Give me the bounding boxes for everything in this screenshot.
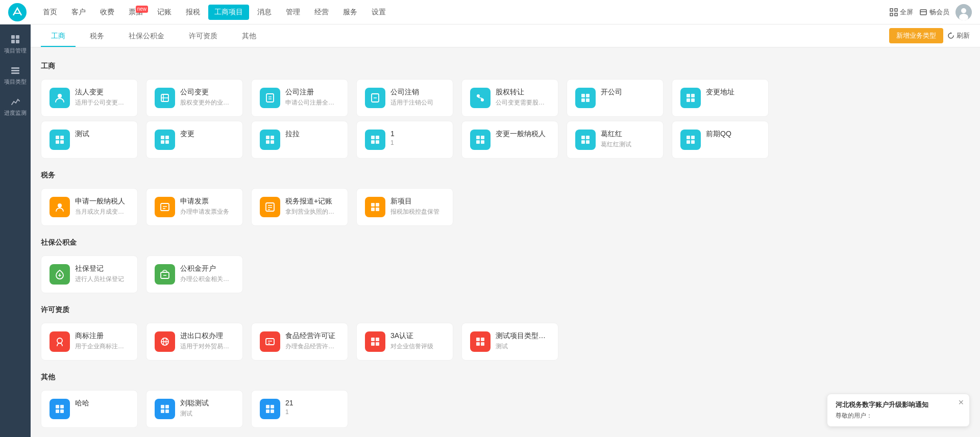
svg-rect-97 <box>60 405 64 408</box>
card-content-twentyone: 21 1 <box>285 399 339 416</box>
svg-rect-74 <box>371 203 375 207</box>
card-content-fund-open: 公积金开户 办理公积金相关业务 <box>180 264 234 284</box>
card-title-test-type-def: 测试项目类型目定义 <box>496 331 550 341</box>
card-content-liucong: 刘聪测试 测试 <box>180 399 234 418</box>
avatar[interactable] <box>955 4 972 20</box>
sidebar-item-progress-monitor[interactable]: 进度监测 <box>0 91 31 122</box>
nav-operation[interactable]: 经营 <box>308 5 335 20</box>
card-test-type-def[interactable]: 测试项目类型目定义 测试 <box>461 323 558 361</box>
svg-rect-75 <box>376 203 379 207</box>
svg-rect-43 <box>165 136 169 139</box>
card-content-company-change: 公司变更 股权变更外的业务变更 <box>180 88 234 107</box>
svg-rect-31 <box>586 94 590 97</box>
nav-fee[interactable]: 收费 <box>94 5 120 20</box>
card-qqbefore[interactable]: 前期QQ <box>672 121 769 159</box>
card-company-cancel[interactable]: 公司注销 适用于注销公司 <box>356 79 453 117</box>
svg-rect-55 <box>481 136 484 139</box>
card-legal-change[interactable]: 法人变更 适用于公司变更法人 <box>41 79 138 117</box>
member-button[interactable]: 畅会员 <box>919 8 949 17</box>
card-title-twentyone: 21 <box>285 399 339 407</box>
card-test[interactable]: 测试 <box>41 121 138 159</box>
tab-social-fund[interactable]: 社保公积金 <box>118 24 175 47</box>
card-content-open-company: 开公司 <box>601 88 655 98</box>
card-food-permit[interactable]: 食品经营许可证 办理食品经营许可证 <box>251 323 348 361</box>
card-haha[interactable]: 哈哈 <box>41 390 138 428</box>
tab-tax[interactable]: 税务 <box>80 24 114 47</box>
svg-rect-94 <box>476 342 480 346</box>
svg-rect-32 <box>581 98 585 102</box>
nav-home[interactable]: 首页 <box>37 5 63 20</box>
card-desc-new-project: 报税加税控盘保管 <box>390 208 445 216</box>
card-desc-tax-report: 拿到营业执照的新公司 <box>285 208 339 216</box>
card-icon-new-project <box>365 197 385 217</box>
logo[interactable] <box>8 3 27 21</box>
card-fund-open[interactable]: 公积金开户 办理公积金相关业务 <box>146 255 243 293</box>
svg-rect-42 <box>161 136 164 139</box>
card-change-address[interactable]: 变更地址 <box>672 79 769 117</box>
card-title-tax-report: 税务报道+记账 <box>285 197 339 206</box>
card-gehonghong[interactable]: 葛红红 葛红红测试 <box>567 121 664 159</box>
svg-rect-30 <box>581 94 585 97</box>
nav-service[interactable]: 服务 <box>337 5 363 20</box>
tab-permit[interactable]: 许可资质 <box>179 24 228 47</box>
card-new-project[interactable]: 新项目 报税加税控盘保管 <box>356 188 453 226</box>
nav-customer[interactable]: 客户 <box>65 5 92 20</box>
card-apply-invoice[interactable]: 申请发票 办理申请发票业务 <box>146 188 243 226</box>
sidebar-item-project-manage[interactable]: 项目管理 <box>0 29 31 60</box>
nav-ticket[interactable]: 票据 new <box>122 5 149 20</box>
card-content-lala: 拉拉 <box>285 130 339 139</box>
card-one[interactable]: 1 1 <box>356 121 453 159</box>
svg-rect-34 <box>687 94 690 97</box>
nav-message[interactable]: 消息 <box>251 5 278 20</box>
card-tax-report[interactable]: 税务报道+记账 拿到营业执照的新公司 <box>251 188 348 226</box>
sidebar-item-project-type[interactable]: 项目类型 <box>0 60 31 91</box>
card-icon-one <box>365 130 385 150</box>
tab-other[interactable]: 其他 <box>232 24 266 47</box>
sidebar-label-project-type: 项目类型 <box>4 78 27 86</box>
svg-point-28 <box>481 98 484 101</box>
card-change-tax[interactable]: 变更一般纳税人 <box>461 121 558 159</box>
nav-industry[interactable]: 工商项目 <box>208 5 249 20</box>
svg-rect-53 <box>376 140 379 144</box>
svg-rect-6 <box>920 10 926 15</box>
nav-tax[interactable]: 报税 <box>180 5 206 20</box>
fullscreen-button[interactable]: 全屏 <box>890 8 913 17</box>
card-content-qqbefore: 前期QQ <box>706 130 760 139</box>
section-title-tax: 税务 <box>41 171 970 180</box>
card-title-company-change: 公司变更 <box>180 88 234 97</box>
card-icon-qqbefore <box>680 130 701 150</box>
nav-bookkeeping[interactable]: 记账 <box>151 5 178 20</box>
nav-settings[interactable]: 设置 <box>365 5 392 20</box>
card-social-register[interactable]: 社保登记 进行人员社保登记 <box>41 255 138 293</box>
card-title-fund-open: 公积金开户 <box>180 264 234 273</box>
refresh-button[interactable]: 刷新 <box>947 31 970 40</box>
card-title-3a-cert: 3A认证 <box>390 331 445 341</box>
svg-rect-38 <box>56 136 59 139</box>
card-company-register[interactable]: 公司注册 申请公司注册全流程 <box>251 79 348 117</box>
card-trademark[interactable]: 商标注册 用于企业商标注册服务 <box>41 323 138 361</box>
card-liucong-test[interactable]: 刘聪测试 测试 <box>146 390 243 428</box>
card-biangengg[interactable]: 变更 <box>146 121 243 159</box>
nav-manage[interactable]: 管理 <box>280 5 306 20</box>
card-open-company[interactable]: 开公司 <box>567 79 664 117</box>
card-lala[interactable]: 拉拉 <box>251 121 348 159</box>
notification-close-button[interactable]: ✕ <box>958 398 964 406</box>
card-import-export[interactable]: 进出口权办理 适用于对外贸易经营者 <box>146 323 243 361</box>
new-type-button[interactable]: 新增业务类型 <box>889 28 943 43</box>
svg-point-0 <box>8 3 27 21</box>
card-desc-one: 1 <box>390 139 445 146</box>
card-3a-cert[interactable]: 3A认证 对企业信誉评级 <box>356 323 453 361</box>
card-icon-import-export <box>155 331 175 352</box>
tab-industry[interactable]: 工商 <box>41 24 76 47</box>
card-content-biangengg: 变更 <box>180 130 234 139</box>
card-twentyone[interactable]: 21 1 <box>251 390 348 428</box>
card-icon-open-company <box>575 88 596 108</box>
card-desc-apply-taxpayer: 当月或次月成变更完成 <box>75 208 129 216</box>
card-company-change[interactable]: 公司变更 股权变更外的业务变更 <box>146 79 243 117</box>
card-apply-taxpayer[interactable]: 申请一般纳税人 当月或次月成变更完成 <box>41 188 138 226</box>
card-desc-import-export: 适用于对外贸易经营者 <box>180 342 234 351</box>
card-icon-apply-taxpayer <box>50 197 70 217</box>
section-title-permit: 许可资质 <box>41 305 970 315</box>
card-equity-transfer[interactable]: 股权转让 公司变更需要股权转让 <box>461 79 558 117</box>
cards-grid-shebao: 社保登记 进行人员社保登记 公积金开户 办理公积金相关业务 <box>41 255 970 293</box>
